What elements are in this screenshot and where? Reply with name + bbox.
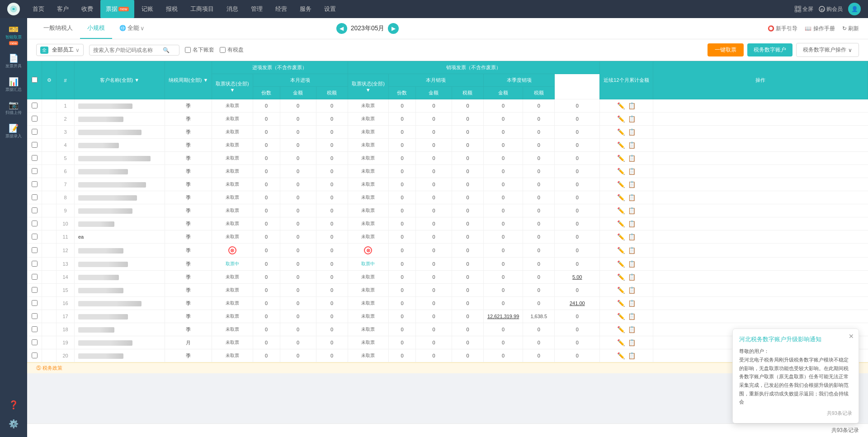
row-checkbox-cell[interactable] <box>28 244 42 258</box>
copy-icon[interactable]: 📋 <box>628 194 636 201</box>
digital-account-button[interactable]: 税务数字账户 <box>747 43 793 56</box>
nav-invoice[interactable]: 票据 new <box>100 0 134 18</box>
copy-icon[interactable]: 📋 <box>628 247 636 254</box>
row-checkbox[interactable] <box>32 221 38 226</box>
edit-icon[interactable]: ✏️ <box>617 313 625 320</box>
search-icon[interactable]: 🔍 <box>163 47 170 53</box>
row-checkbox-cell[interactable] <box>28 323 42 336</box>
checkbox-subordinate[interactable]: 名下账套 <box>185 46 214 54</box>
edit-icon[interactable]: ✏️ <box>617 287 625 294</box>
nav-operate[interactable]: 经营 <box>270 0 292 18</box>
manual-link[interactable]: 📖 操作手册 <box>805 25 835 33</box>
copy-icon[interactable]: 📋 <box>628 102 636 109</box>
edit-icon[interactable]: ✏️ <box>617 352 625 359</box>
nav-business[interactable]: 工商项目 <box>185 0 219 18</box>
row-checkbox-cell[interactable] <box>28 139 42 152</box>
fullscreen-button[interactable]: 全屏 <box>795 5 813 13</box>
row-checkbox[interactable] <box>32 103 38 108</box>
nav-home[interactable]: 首页 <box>27 0 50 18</box>
row-checkbox-cell[interactable] <box>28 297 42 310</box>
copy-icon[interactable]: 📋 <box>628 339 636 346</box>
copy-icon[interactable]: 📋 <box>628 352 636 359</box>
row-checkbox-cell[interactable] <box>28 349 42 362</box>
digital-account-ops-button[interactable]: 税务数字账户操作 ∨ <box>796 43 859 57</box>
nav-message[interactable]: 消息 <box>221 0 244 18</box>
copy-icon[interactable]: 📋 <box>628 115 636 122</box>
edit-icon[interactable]: ✏️ <box>617 155 625 162</box>
tab-general-taxpayer[interactable]: 一般纳税人 <box>36 18 80 39</box>
sidebar-item-settings-bottom[interactable]: ⚙️ <box>2 416 25 432</box>
nav-fee[interactable]: 收费 <box>76 0 99 18</box>
edit-icon[interactable]: ✏️ <box>617 128 625 136</box>
row-checkbox[interactable] <box>32 247 38 253</box>
row-checkbox-cell[interactable] <box>28 204 42 217</box>
row-checkbox-cell[interactable] <box>28 99 42 113</box>
copy-icon[interactable]: 📋 <box>628 313 636 320</box>
user-avatar[interactable]: 👤 <box>848 3 861 15</box>
edit-icon[interactable]: ✏️ <box>617 339 625 346</box>
edit-icon[interactable]: ✏️ <box>617 115 625 122</box>
date-next-button[interactable]: ▶ <box>388 23 399 34</box>
row-checkbox[interactable] <box>32 155 38 161</box>
edit-icon[interactable]: ✏️ <box>617 220 625 227</box>
search-box[interactable]: 🔍 <box>89 45 179 56</box>
tax-disk-checkbox[interactable] <box>220 47 226 53</box>
edit-icon[interactable]: ✏️ <box>617 326 625 333</box>
copy-icon[interactable]: 📋 <box>628 260 636 268</box>
row-checkbox[interactable] <box>32 116 38 122</box>
select-all-checkbox[interactable] <box>32 77 38 83</box>
row-checkbox-cell[interactable] <box>28 284 42 297</box>
sidebar-item-invoice-entry[interactable]: 📝 票据录入 <box>2 121 25 142</box>
row-checkbox-cell[interactable] <box>28 178 42 191</box>
sidebar-item-scan-upload[interactable]: 📷 扫描上传 <box>2 97 25 119</box>
edit-icon[interactable]: ✏️ <box>617 194 625 201</box>
nav-accounting[interactable]: 记账 <box>136 0 159 18</box>
tab-all[interactable]: 🌐 全能 ∨ <box>112 18 152 39</box>
row-checkbox[interactable] <box>32 261 38 267</box>
th-in-status[interactable]: 取票状态(全部) ▼ <box>212 74 253 99</box>
search-input[interactable] <box>93 47 161 53</box>
member-button[interactable]: 购 购会员 <box>819 5 843 13</box>
copy-icon[interactable]: 📋 <box>628 300 636 307</box>
tab-small-scale[interactable]: 小规模 <box>80 18 112 39</box>
app-logo[interactable] <box>7 3 20 15</box>
th-settings[interactable]: ⚙ <box>42 61 57 99</box>
row-checkbox-cell[interactable] <box>28 165 42 178</box>
nav-client[interactable]: 客户 <box>52 0 74 18</box>
notification-close-button[interactable]: ✕ <box>849 333 854 340</box>
th-out-status[interactable]: 取票状态(全部) ▼ <box>348 74 388 99</box>
row-checkbox-cell[interactable] <box>28 126 42 139</box>
checkbox-tax-disk[interactable]: 有税盘 <box>220 46 244 54</box>
row-checkbox[interactable] <box>32 300 38 306</box>
copy-icon[interactable]: 📋 <box>628 326 636 333</box>
one-click-button[interactable]: 一键取票 <box>708 43 744 56</box>
edit-icon[interactable]: ✏️ <box>617 247 625 254</box>
copy-icon[interactable]: 📋 <box>628 128 636 136</box>
edit-icon[interactable]: ✏️ <box>617 102 625 109</box>
copy-icon[interactable]: 📋 <box>628 181 636 188</box>
row-checkbox-cell[interactable] <box>28 271 42 284</box>
copy-icon[interactable]: 📋 <box>628 273 636 281</box>
row-checkbox-cell[interactable] <box>28 310 42 323</box>
copy-icon[interactable]: 📋 <box>628 207 636 214</box>
copy-icon[interactable]: 📋 <box>628 141 636 149</box>
th-period[interactable]: 纳税周期(全部) ▼ <box>165 61 212 99</box>
row-checkbox-cell[interactable] <box>28 152 42 165</box>
edit-icon[interactable]: ✏️ <box>617 141 625 149</box>
row-checkbox-cell[interactable] <box>28 258 42 271</box>
sidebar-item-invoice-summary[interactable]: 📊 票据汇总 <box>2 74 25 96</box>
sidebar-item-smart-invoice[interactable]: 🎫 智能取票 new <box>2 22 25 49</box>
row-checkbox[interactable] <box>32 168 38 174</box>
copy-icon[interactable]: 📋 <box>628 220 636 227</box>
employee-filter[interactable]: 全 全部员工 ∨ <box>36 44 84 56</box>
edit-icon[interactable]: ✏️ <box>617 260 625 268</box>
edit-icon[interactable]: ✏️ <box>617 181 625 188</box>
edit-icon[interactable]: ✏️ <box>617 207 625 214</box>
sidebar-item-help[interactable]: ❓ <box>2 397 25 413</box>
row-checkbox-cell[interactable] <box>28 191 42 204</box>
row-checkbox[interactable] <box>32 207 38 213</box>
row-checkbox[interactable] <box>32 326 38 332</box>
nav-tax[interactable]: 报税 <box>160 0 183 18</box>
nav-service[interactable]: 服务 <box>294 0 317 18</box>
copy-icon[interactable]: 📋 <box>628 233 636 240</box>
